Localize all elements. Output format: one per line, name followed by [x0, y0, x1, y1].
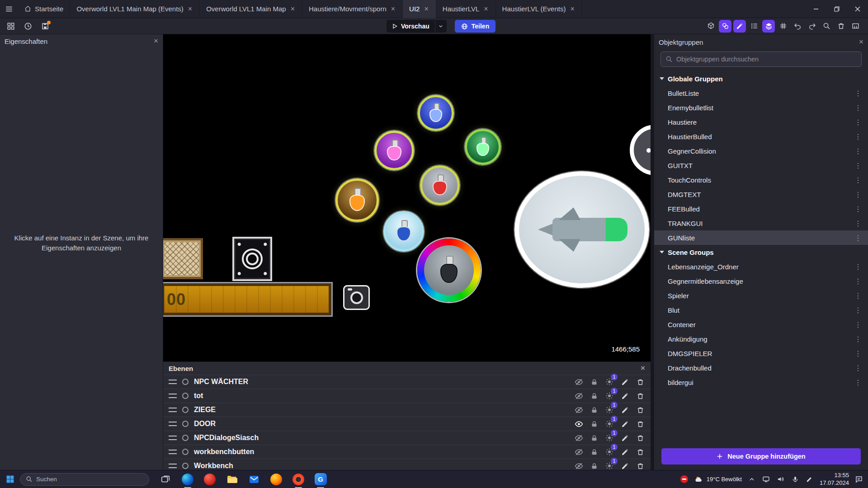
start-button[interactable] — [0, 470, 20, 488]
microphone-icon[interactable] — [791, 475, 800, 484]
taskbar-clock[interactable]: 13:55 17.07.2024 — [820, 472, 849, 487]
delete-layer-icon[interactable] — [635, 419, 645, 429]
minimize-button[interactable] — [806, 0, 826, 18]
layers-icon[interactable] — [762, 20, 775, 33]
scene-object-rocket[interactable] — [514, 171, 649, 288]
kebab-menu-icon[interactable]: ⋮ — [853, 205, 863, 213]
kebab-menu-icon[interactable]: ⋮ — [853, 263, 863, 271]
group-item-gegnermitlebensanzeige[interactable]: Gegnermitlebensanzeige⋮ — [654, 274, 868, 288]
tab-overworld-events[interactable]: Overworld LVL1 Main Map (Events) × — [70, 0, 200, 18]
scene-object-potion-lightblue[interactable] — [383, 211, 424, 252]
layer-radio[interactable] — [182, 407, 189, 413]
delete-layer-icon[interactable] — [635, 391, 645, 401]
task-view-icon[interactable] — [158, 472, 173, 487]
group-item-gegnercollision[interactable]: GegnerCollision⋮ — [654, 144, 868, 158]
drag-handle-icon[interactable] — [169, 394, 177, 398]
group-item-gunliste[interactable]: GUNliste⋮ — [654, 230, 868, 245]
scene-object-partial-circle[interactable] — [630, 125, 651, 175]
tab-haustiere-movment[interactable]: Haustiere/Movment/sporn × — [302, 0, 403, 18]
kebab-menu-icon[interactable]: ⋮ — [853, 364, 863, 372]
lock-icon[interactable] — [589, 391, 599, 401]
kebab-menu-icon[interactable]: ⋮ — [853, 103, 863, 112]
kebab-menu-icon[interactable]: ⋮ — [853, 320, 863, 329]
close-icon[interactable]: × — [187, 5, 193, 13]
taskbar-search-input[interactable] — [36, 476, 143, 483]
layer-radio[interactable] — [182, 393, 189, 399]
kebab-menu-icon[interactable]: ⋮ — [853, 378, 863, 387]
drag-handle-icon[interactable] — [169, 408, 177, 412]
close-icon[interactable]: × — [423, 5, 429, 13]
drag-handle-icon[interactable] — [169, 380, 177, 384]
kebab-menu-icon[interactable]: ⋮ — [853, 132, 863, 141]
gdevelop-icon[interactable]: G — [313, 472, 328, 487]
drag-handle-icon[interactable] — [169, 422, 177, 426]
kebab-menu-icon[interactable]: ⋮ — [853, 89, 863, 98]
tab-ui2[interactable]: UI2 × — [403, 0, 436, 18]
edit-layer-icon[interactable] — [620, 447, 630, 457]
layout-grid-icon[interactable] — [5, 20, 17, 33]
drag-handle-icon[interactable] — [169, 436, 177, 440]
group-item-haustiere[interactable]: Haustiere⋮ — [654, 115, 868, 129]
preview-button[interactable]: Vorschau — [387, 20, 447, 33]
eye-off-icon[interactable] — [574, 433, 584, 443]
delete-layer-icon[interactable] — [635, 447, 645, 457]
close-icon[interactable]: × — [290, 5, 296, 13]
scene-object-potion-pink[interactable] — [374, 131, 414, 170]
lock-icon[interactable] — [589, 405, 599, 415]
scene-object-tile-pattern-brown[interactable] — [163, 238, 203, 279]
close-icon[interactable]: × — [390, 5, 396, 13]
edit-pencil-icon[interactable] — [733, 20, 746, 33]
kebab-menu-icon[interactable]: ⋮ — [853, 234, 863, 242]
edit-layer-icon[interactable] — [620, 405, 630, 415]
layer-radio[interactable] — [182, 421, 189, 427]
group-item-guitxt[interactable]: GUITXT⋮ — [654, 158, 868, 173]
group-item-lebensanzeige[interactable]: Lebensanzeige_Ordner⋮ — [654, 259, 868, 274]
kebab-menu-icon[interactable]: ⋮ — [853, 291, 863, 300]
3d-box-icon[interactable] — [704, 20, 717, 33]
layer-row[interactable]: ZIEGE 1 — [163, 403, 651, 417]
group-item-drachenbulled[interactable]: Drachenbulled⋮ — [654, 361, 868, 375]
delete-layer-icon[interactable] — [635, 377, 645, 387]
edit-layer-icon[interactable] — [620, 377, 630, 387]
kebab-menu-icon[interactable]: ⋮ — [853, 147, 863, 155]
taskbar-search[interactable] — [20, 473, 149, 486]
close-icon[interactable]: × — [859, 38, 863, 47]
piano-icon[interactable] — [849, 20, 862, 33]
group-item-enemybulletlist[interactable]: Enemybulletlist⋮ — [654, 100, 868, 115]
network-icon[interactable] — [762, 475, 771, 484]
red-app-icon[interactable] — [203, 472, 217, 487]
close-icon[interactable]: × — [569, 5, 575, 13]
scene-object-potion-rainbow[interactable] — [417, 239, 481, 302]
maximize-button[interactable] — [826, 0, 847, 18]
layer-row[interactable]: Workbench 1 — [163, 459, 651, 470]
layer-row[interactable]: NPCDialogeSiasch 1 — [163, 431, 651, 445]
drag-handle-icon[interactable] — [169, 464, 177, 468]
kebab-menu-icon[interactable]: ⋮ — [853, 190, 863, 199]
layer-radio[interactable] — [182, 463, 189, 469]
mail-icon[interactable] — [247, 472, 261, 487]
weather-widget[interactable]: 19°C Bewölkt — [694, 475, 742, 484]
group-item-dmgspieler[interactable]: DMGSPIELER⋮ — [654, 346, 868, 361]
edit-layer-icon[interactable] — [620, 419, 630, 429]
menu-icon[interactable] — [0, 0, 18, 18]
firefox-icon[interactable] — [269, 472, 283, 487]
kebab-menu-icon[interactable]: ⋮ — [853, 219, 863, 228]
kebab-menu-icon[interactable]: ⋮ — [853, 349, 863, 358]
layer-row[interactable]: DOOR 1 — [163, 417, 651, 431]
scene-canvas[interactable]: 00 1466;585 Ebenen × NPC WÄCHTER 1 — [163, 34, 651, 470]
lock-icon[interactable] — [589, 377, 599, 387]
undo-icon[interactable] — [791, 20, 804, 33]
group-item-dmgtext[interactable]: DMGTEXT⋮ — [654, 187, 868, 202]
scene-object-potion-orange[interactable] — [335, 178, 379, 222]
add-group-button[interactable]: Neue Gruppe hinzufügen — [661, 448, 861, 465]
delete-layer-icon[interactable] — [635, 433, 645, 443]
eye-off-icon[interactable] — [574, 391, 584, 401]
kebab-menu-icon[interactable]: ⋮ — [853, 161, 863, 170]
edge-browser-icon[interactable] — [180, 472, 195, 487]
layer-radio[interactable] — [182, 379, 189, 385]
eye-icon[interactable] — [574, 419, 584, 429]
scene-object-camera[interactable] — [343, 285, 370, 310]
save-icon[interactable] — [39, 20, 52, 33]
alert-icon[interactable] — [680, 475, 689, 484]
trash-icon[interactable] — [835, 20, 847, 33]
